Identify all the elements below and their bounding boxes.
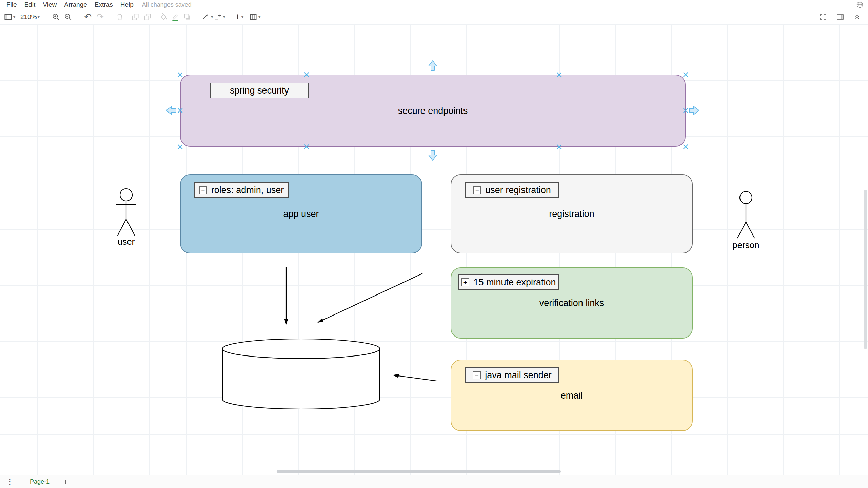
menu-extras[interactable]: Extras [91, 1, 117, 8]
selection-handle[interactable]: × [681, 70, 690, 79]
connector-email-to-db[interactable] [393, 375, 437, 381]
page-tabs-bar: ⋮ Page-1 + [0, 475, 868, 488]
chevron-down-icon: ▾ [258, 14, 261, 19]
fullscreen-button[interactable] [817, 10, 829, 24]
connection-style-button[interactable]: ▾ [201, 10, 213, 24]
selection-handle[interactable]: × [176, 142, 184, 151]
menu-file[interactable]: File [3, 1, 21, 8]
format-panel-icon [836, 13, 844, 21]
to-back-icon [143, 13, 152, 21]
shape-email[interactable]: − java mail sender email [451, 360, 693, 431]
shape-title-box[interactable]: − user registration [465, 182, 559, 198]
table-grid-icon [249, 13, 258, 21]
shape-body-label: secure endpoints [181, 105, 685, 116]
shape-spring-security[interactable]: spring security secure endpoints [180, 75, 686, 147]
connector-diagonal-to-db[interactable] [318, 273, 422, 322]
collapse-icon[interactable]: − [473, 371, 481, 379]
add-page-button[interactable]: + [63, 477, 68, 486]
direction-arrow-right[interactable] [687, 104, 701, 117]
zoom-value: 210% [20, 13, 37, 21]
vertical-scrollbar[interactable] [864, 190, 867, 349]
shape-title-label: roles: admin, user [211, 185, 284, 196]
direction-arrow-down[interactable] [426, 148, 439, 162]
fill-color-button[interactable] [157, 10, 169, 24]
undo-icon: ↶ [84, 12, 92, 22]
shape-body-label: registration [451, 209, 692, 219]
zoom-in-button[interactable] [50, 10, 62, 24]
zoom-out-icon [64, 13, 73, 21]
shape-app-user[interactable]: − roles: admin, user app user [180, 174, 422, 253]
shape-title-label: user registration [485, 185, 551, 196]
paint-bucket-icon [159, 13, 167, 21]
page-tab-1[interactable]: Page-1 [25, 478, 54, 485]
selection-handle[interactable]: × [302, 70, 311, 79]
collapse-expand-button[interactable] [851, 10, 863, 24]
diagram-canvas[interactable]: spring security secure endpoints − roles… [0, 24, 868, 475]
delete-button[interactable] [114, 10, 126, 24]
chevron-down-icon: ▾ [211, 14, 213, 19]
actor-user-figure[interactable] [116, 189, 136, 235]
globe-icon [856, 3, 864, 10]
zoom-in-icon [52, 13, 60, 21]
actor-user-label: user [92, 237, 160, 247]
line-color-button[interactable] [169, 10, 181, 24]
format-panel-button[interactable] [834, 10, 846, 24]
connection-arrow-icon [201, 13, 210, 21]
menu-help[interactable]: Help [117, 1, 137, 8]
waypoint-style-button[interactable]: ▾ [213, 10, 225, 24]
selection-handle[interactable]: × [555, 142, 564, 151]
expand-icon[interactable]: + [461, 278, 469, 286]
menu-arrange[interactable]: Arrange [60, 1, 91, 8]
shape-body-label: app user [181, 209, 421, 219]
selection-handle[interactable]: × [176, 70, 184, 79]
zoom-dropdown[interactable]: 210% ▾ [18, 13, 42, 21]
shape-title-box[interactable]: − roles: admin, user [194, 182, 289, 198]
shape-title-label: java mail sender [485, 370, 552, 381]
table-button[interactable]: ▾ [249, 10, 261, 24]
redo-button[interactable]: ↷ [94, 10, 106, 24]
direction-arrow-up[interactable] [426, 59, 439, 73]
actor-person-label: person [712, 240, 780, 250]
vertical-dots-icon: ⋮ [6, 477, 14, 486]
pencil-icon [171, 13, 180, 21]
horizontal-scrollbar[interactable] [277, 470, 561, 473]
database-cylinder-shape[interactable] [222, 339, 380, 409]
collapse-icon[interactable]: − [473, 186, 481, 194]
shape-title-box[interactable]: spring security [210, 83, 309, 98]
chevron-down-icon: ▾ [38, 14, 40, 19]
shape-verification-links[interactable]: + 15 minute expiration verification link… [451, 267, 693, 339]
save-status: All changes saved [142, 1, 192, 8]
direction-arrow-left[interactable] [164, 104, 178, 117]
shape-title-box[interactable]: − java mail sender [465, 367, 559, 383]
insert-button[interactable]: +▾ [233, 10, 245, 24]
shape-title-label: spring security [230, 85, 289, 96]
redo-icon: ↷ [96, 12, 104, 22]
undo-button[interactable]: ↶ [82, 10, 94, 24]
to-front-icon [131, 13, 140, 21]
shape-user-registration[interactable]: − user registration registration [451, 174, 693, 253]
zoom-out-button[interactable] [62, 10, 74, 24]
shape-body-label: verification links [451, 298, 692, 308]
chevron-down-icon: ▾ [223, 14, 225, 19]
menu-edit[interactable]: Edit [21, 1, 39, 8]
pages-menu-button[interactable]: ⋮ [5, 477, 15, 486]
to-back-button[interactable] [141, 10, 154, 24]
shape-body-label: email [451, 390, 692, 401]
selection-handle[interactable]: × [681, 142, 690, 151]
view-panels-button[interactable]: ▾ [3, 10, 16, 24]
language-button[interactable] [856, 1, 864, 11]
to-front-button[interactable] [129, 10, 141, 24]
chevron-down-icon: ▾ [241, 14, 244, 19]
actor-person-figure[interactable] [736, 191, 756, 238]
shape-title-box[interactable]: + 15 minute expiration [458, 274, 559, 290]
selection-handle[interactable]: × [555, 70, 564, 79]
selection-handle[interactable]: × [302, 142, 311, 151]
shadow-button[interactable] [181, 10, 194, 24]
trash-icon [115, 13, 124, 21]
shape-title-label: 15 minute expiration [473, 277, 556, 288]
menu-view[interactable]: View [39, 1, 60, 8]
plus-icon: + [235, 10, 241, 24]
shadow-icon [183, 13, 192, 21]
chevron-down-icon: ▾ [13, 14, 16, 19]
collapse-icon[interactable]: − [199, 186, 207, 194]
